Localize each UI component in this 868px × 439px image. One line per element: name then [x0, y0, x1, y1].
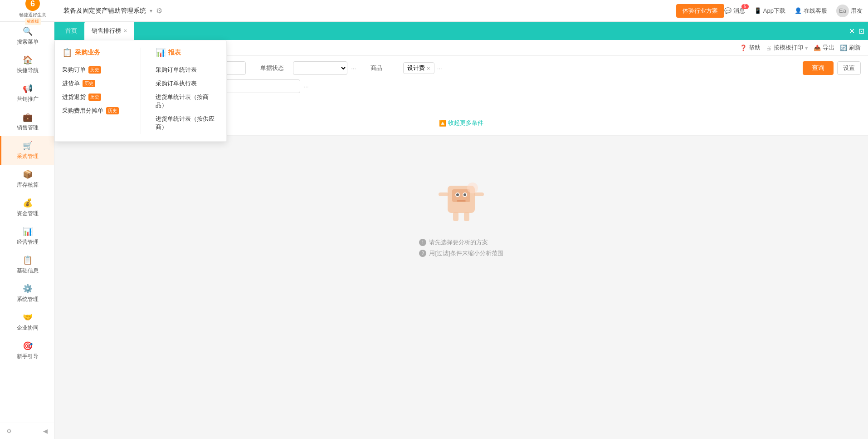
title-chevron-icon[interactable]: ▾: [150, 8, 152, 14]
voucher-status-dots[interactable]: ···: [351, 65, 356, 72]
sidebar-label-cooperation: 企业协同: [17, 324, 39, 332]
app-download-btn[interactable]: 📱 App下载: [754, 7, 785, 15]
help-btn[interactable]: ❓ 帮助: [740, 44, 761, 52]
svg-rect-8: [474, 192, 484, 196]
collapse-label: 收起更多条件: [448, 119, 483, 127]
logo-area: 6 畅捷通好生意 标准版: [5, 0, 60, 25]
report-col-icon: 📊: [156, 48, 166, 58]
logo-badge: 标准版: [25, 18, 41, 25]
online-service-label: 在线客服: [804, 7, 827, 15]
svg-point-4: [456, 193, 459, 196]
report-col-title: 📊 报表: [156, 48, 219, 58]
empty-state: 1 请先选择要分析的方案 2 用[过滤]条件来缩小分析范围: [54, 136, 868, 296]
dropdown-item-expense[interactable]: 采购费用分摊单 历史: [62, 104, 126, 118]
collapse-up-icon: 🔼: [439, 120, 446, 127]
svg-rect-9: [453, 212, 458, 221]
sidebar-label-search: 搜索菜单: [17, 38, 39, 46]
online-service-btn[interactable]: 👤 在线客服: [795, 7, 827, 15]
sidebar-label-finance: 资金管理: [17, 210, 39, 217]
sidebar-label-newbie: 新手引导: [17, 353, 39, 360]
user-btn[interactable]: Ea 用友: [836, 5, 863, 17]
salesman-dots[interactable]: ···: [304, 83, 309, 90]
tab-sales-rank[interactable]: 销售排行榜 ×: [84, 22, 134, 40]
voucher-status-label: 单据状态: [260, 64, 288, 72]
set-btn[interactable]: 设置: [837, 61, 861, 75]
sidebar-item-search[interactable]: 🔍 搜索菜单: [0, 22, 54, 50]
order-exec-label: 采购订单执行表: [156, 79, 197, 88]
service-icon: 👤: [795, 7, 802, 14]
basic-icon: 📋: [23, 255, 33, 265]
query-btn[interactable]: 查询: [803, 61, 834, 75]
incoming-hist-badge: 历史: [83, 80, 95, 87]
sidebar-item-basic[interactable]: 📋 基础信息: [0, 251, 54, 279]
top-bar: 6 畅捷通好生意 标准版 装备及固定资产辅助管理系统 ▾ ⚙ 体验行业方案 💬 …: [0, 0, 868, 22]
sidebar-item-operation[interactable]: 📊 经营管理: [0, 222, 54, 251]
dropdown-item-return[interactable]: 进货退货 历史: [62, 90, 126, 104]
expense-label: 采购费用分摊单: [62, 107, 103, 115]
goods-label: 商品: [371, 64, 398, 72]
sidebar-item-system[interactable]: ⚙️ 系统管理: [0, 279, 54, 308]
operation-icon: 📊: [23, 227, 33, 237]
refresh-btn[interactable]: 🔄 刷新: [840, 44, 861, 52]
finance-icon: 💰: [23, 198, 33, 208]
svg-rect-6: [457, 200, 466, 202]
salesman-input[interactable]: [216, 79, 300, 93]
print-label: 按模板打印: [774, 44, 803, 52]
dropdown-item-purchase-order[interactable]: 采购订单 历史: [62, 63, 126, 77]
sidebar-item-marketing[interactable]: 📢 营销推广: [0, 79, 54, 108]
sidebar-item-purchase[interactable]: 🛒 采购管理: [0, 136, 54, 165]
sidebar-collapse-icon[interactable]: ◀: [43, 428, 48, 434]
sidebar-label-basic: 基础信息: [17, 267, 39, 275]
search-icon: 🔍: [23, 26, 33, 36]
marketing-icon: 📢: [23, 84, 33, 94]
sidebar-settings-icon[interactable]: ⚙: [6, 428, 12, 434]
refresh-icon: 🔄: [840, 44, 847, 51]
sidebar-label-marketing: 营销推广: [17, 95, 39, 103]
tabs-bar: 首页 销售排行榜 × ✕ ⊡: [54, 22, 868, 40]
export-btn[interactable]: 📤 导出: [814, 44, 834, 52]
goods-tag-text: 设计费: [407, 64, 425, 72]
home-icon: 🏠: [23, 55, 33, 65]
tab-minimize-icon[interactable]: ✕: [849, 27, 855, 35]
dropdown-item-incoming-stat-supplier[interactable]: 进货单统计表（按供应商）: [156, 112, 219, 134]
print-btn[interactable]: 🖨 按模板打印 ▾: [766, 44, 808, 52]
sidebar-item-newbie[interactable]: 🎯 新手引导: [0, 336, 54, 365]
sales-icon: 💼: [23, 112, 33, 122]
voucher-status-select[interactable]: [293, 61, 347, 75]
svg-point-5: [463, 193, 466, 196]
tab-maximize-icon[interactable]: ⊡: [858, 27, 864, 35]
tab-home-label: 首页: [65, 27, 77, 35]
sidebar-item-sales[interactable]: 💼 销售管理: [0, 108, 54, 136]
dropdown-item-incoming-stat-goods[interactable]: 进货单统计表（按商品）: [156, 90, 219, 112]
goods-dots[interactable]: ···: [437, 65, 442, 72]
tab-home[interactable]: 首页: [58, 22, 84, 40]
return-hist-badge: 历史: [88, 94, 101, 101]
empty-tip1: 1 请先选择要分析的方案 2 用[过滤]条件来缩小分析范围: [419, 238, 503, 260]
goods-tag-remove-icon[interactable]: ×: [427, 65, 430, 72]
dropdown-item-order-exec[interactable]: 采购订单执行表: [156, 77, 219, 90]
purchase-order-hist-badge: 历史: [88, 66, 101, 74]
dropdown-item-order-stat[interactable]: 采购订单统计表: [156, 63, 219, 77]
title-settings-icon[interactable]: ⚙: [156, 6, 162, 15]
report-col: 📊 报表 采购订单统计表 采购订单执行表 进货单统计表（按商品） 进货单统计表（…: [156, 48, 219, 134]
order-stat-label: 采购订单统计表: [156, 66, 197, 74]
message-btn[interactable]: 💬 消息 5: [724, 7, 745, 15]
goods-tag: 设计费 ×: [403, 62, 434, 74]
experience-btn[interactable]: 体验行业方案: [676, 4, 724, 18]
empty-illustration: [429, 172, 493, 227]
expense-hist-badge: 历史: [106, 107, 119, 114]
purchase-order-label: 采购订单: [62, 66, 86, 74]
sidebar-item-inventory[interactable]: 📦 库存核算: [0, 165, 54, 193]
dropdown-item-incoming[interactable]: 进货单 历史: [62, 77, 126, 90]
print-chevron-icon[interactable]: ▾: [805, 44, 808, 51]
sidebar-label-purchase: 采购管理: [17, 153, 39, 160]
sidebar-item-finance[interactable]: 💰 资金管理: [0, 193, 54, 222]
help-label: 帮助: [749, 44, 761, 52]
sidebar-item-quick-nav[interactable]: 🏠 快捷导航: [0, 50, 54, 79]
purchase-col-icon: 📋: [62, 48, 72, 58]
mobile-icon: 📱: [754, 7, 761, 14]
tab-close-icon[interactable]: ×: [124, 28, 127, 34]
user-label: 用友: [851, 7, 863, 15]
tab-actions: ✕ ⊡: [849, 27, 864, 35]
sidebar-item-cooperation[interactable]: 🤝 企业协同: [0, 308, 54, 336]
